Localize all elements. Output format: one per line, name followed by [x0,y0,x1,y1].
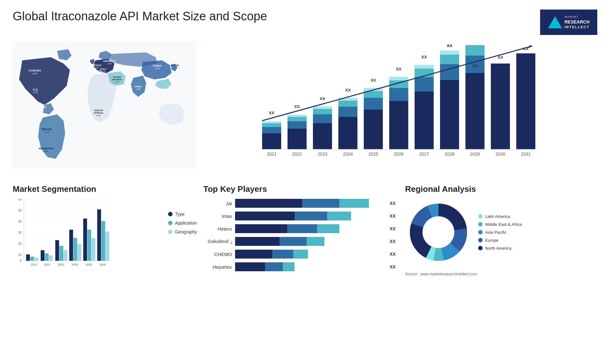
player-bar-light-jai [339,199,369,208]
key-players-title: Top Key Players [203,184,396,194]
bottom-right-section: Top Key Players Jai XX Intas [203,181,597,343]
svg-text:XX: XX [370,78,376,83]
legend-europe-label: Europe [485,238,498,243]
player-row-intas: Intas XX [203,212,396,220]
svg-rect-133 [105,232,109,261]
svg-rect-46 [313,106,332,109]
svg-text:2021: 2021 [267,152,276,157]
svg-rect-116 [45,253,49,261]
legend-application: Application [168,220,197,226]
market-segmentation-section: Market Segmentation 60 50 40 30 20 10 [13,181,197,343]
svg-text:CANADA: CANADA [29,69,41,72]
svg-rect-61 [389,77,408,80]
svg-rect-113 [34,258,38,261]
legend-asia-pacific-label: Asia Pacific [485,230,506,235]
header: Global Itraconazole API Market Size and … [13,10,597,35]
growth-chart-section: XX XX XX [203,41,597,175]
player-xx-chemo: XX [390,252,396,257]
legend-middle-east-africa-label: Middle East & Africa [485,222,522,227]
player-bar-light-hetero [317,224,339,233]
legend-asia-pacific-dot [478,230,483,234]
svg-text:2031: 2031 [521,152,531,157]
player-bar-intas [235,212,384,220]
svg-text:xx%: xx% [96,72,100,75]
svg-rect-33 [262,133,281,149]
svg-rect-112 [30,257,34,261]
player-bar-jai [235,199,384,208]
svg-text:XX: XX [523,46,529,51]
segmentation-legend: Type Application Geography [168,199,197,234]
logo-intellect: INTELLECT [565,25,590,29]
svg-rect-123 [69,230,73,261]
svg-text:XX: XX [421,55,427,59]
player-bar-mid-hepartex [265,262,283,271]
player-name-hetero: Hetero [203,226,232,232]
player-row-chemo: CHEMO XX [203,250,396,259]
svg-rect-54 [364,98,383,110]
growth-chart-svg: XX XX XX [207,44,591,165]
legend-geography-label: Geography [175,229,197,234]
legend-north-america-label: North America [485,246,511,251]
player-name-gokulendu: Gokulendু [203,239,232,244]
svg-rect-43 [313,123,332,149]
svg-text:2024: 2024 [72,263,78,266]
legend-geography: Geography [168,229,197,234]
svg-rect-132 [101,221,105,261]
svg-text:20: 20 [18,242,22,246]
svg-text:XX: XX [294,104,300,109]
legend-middle-east-africa-dot [478,222,483,226]
player-xx-intas: XX [390,213,396,219]
player-bar-gokulendu [235,237,384,246]
legend-asia-pacific: Asia Pacific [478,230,522,235]
legend-north-america: North America [478,246,522,251]
svg-rect-34 [262,127,281,133]
svg-text:XX: XX [320,96,325,101]
logo-market: MARKET [565,15,590,19]
svg-rect-36 [262,121,281,123]
svg-text:ARGENTINA: ARGENTINA [38,147,54,150]
svg-text:2022: 2022 [292,152,302,157]
player-name-hepartex: Hepartex [203,264,232,270]
logo-box: MARKET RESEARCH INTELLECT [540,10,597,35]
player-row-hetero: Hetero XX [203,224,396,233]
svg-rect-70 [440,55,459,64]
player-bar-light-intas [327,212,351,220]
key-players-section: Top Key Players Jai XX Intas [203,184,396,340]
player-name-jai: Jai [203,201,232,206]
svg-rect-66 [415,65,434,69]
svg-text:U.K.: U.K. [89,58,94,61]
player-bar-mid-jai [302,199,339,208]
svg-rect-50 [338,101,357,107]
svg-rect-73 [465,73,485,149]
logo-research: RESEARCH [565,19,590,25]
svg-text:0: 0 [20,259,22,262]
player-xx-gokulendu: XX [390,239,396,244]
player-bar-mid-intas [295,212,327,220]
svg-text:XX: XX [345,88,351,92]
player-bar-mid-chemo [272,250,293,259]
svg-text:MEXICO: MEXICO [36,106,46,109]
svg-rect-58 [389,101,408,149]
legend-type-dot [168,212,173,216]
player-bar-hepartex [235,262,384,271]
svg-rect-44 [313,114,332,123]
svg-rect-45 [313,109,332,114]
legend-latin-america: Latin America [478,214,522,219]
regional-analysis-section: Regional Analysis [405,184,597,340]
svg-text:BRAZIL: BRAZIL [42,128,52,131]
svg-rect-38 [288,129,307,149]
player-name-intas: Intas [203,213,232,219]
player-bar-dark-gokulendu [235,237,280,246]
svg-text:2025: 2025 [368,152,378,157]
svg-text:XX: XX [472,64,478,68]
svg-rect-124 [73,238,77,261]
svg-rect-128 [87,230,91,261]
svg-text:XX: XX [498,55,503,60]
svg-rect-119 [55,240,59,261]
svg-rect-59 [389,88,408,101]
legend-europe-dot [478,238,483,242]
svg-text:XX: XX [396,67,402,71]
donut-container: Latin America Middle East & Africa Asia … [405,199,597,266]
svg-text:2022: 2022 [44,263,50,266]
player-bar-hetero [235,224,384,233]
